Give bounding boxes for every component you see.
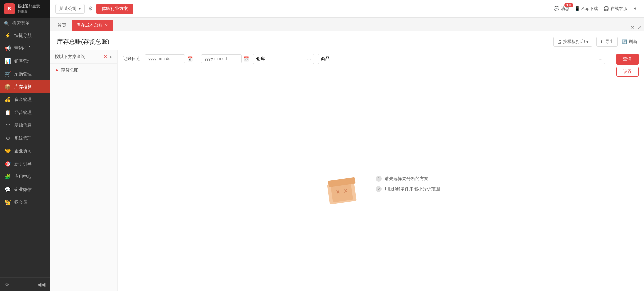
sidebar-item-guide[interactable]: 🎯 新手引导: [0, 157, 50, 170]
quick-nav-icon: ⚡: [5, 32, 11, 39]
refresh-btn[interactable]: 🔄 刷新: [622, 39, 637, 45]
chevron-down-icon: ▾: [79, 6, 81, 11]
tab-close-all-icon[interactable]: ✕: [630, 25, 635, 30]
goods-more-icon[interactable]: ···: [599, 56, 602, 62]
add-scheme-btn[interactable]: +: [99, 54, 101, 59]
logo-sub: 标准版: [18, 9, 40, 14]
left-panel-title: 按以下方案查询: [55, 54, 85, 60]
print-btn[interactable]: 🖨 按模板打印 ▾: [553, 37, 592, 47]
basic-info-icon: 🗃: [5, 123, 11, 128]
empty-illustration: [322, 166, 362, 206]
date-end-input[interactable]: [201, 54, 242, 63]
sidebar: B 畅捷通好生意 标准版 🔍 搜索菜单 ⚡ 快捷导航 📢 营销推广 📊 销售管理…: [0, 0, 50, 291]
tab-inventory-label: 库存成本总账: [76, 22, 103, 28]
sidebar-item-inventory[interactable]: 📦 库存核算: [0, 80, 50, 93]
settings-bottom-icon[interactable]: ⚙: [5, 281, 9, 288]
page-title: 库存总账(存货总账): [57, 38, 109, 46]
sidebar-item-system[interactable]: ⚙ 系统管理: [0, 132, 50, 145]
warehouse-more-icon[interactable]: ···: [307, 56, 311, 62]
warehouse-filter[interactable]: 仓库 ···: [253, 54, 314, 64]
sidebar-item-operation[interactable]: 📋 经营管理: [0, 106, 50, 119]
search-icon: 🔍: [4, 21, 9, 26]
delete-scheme-btn[interactable]: ×: [104, 54, 107, 60]
tab-home[interactable]: 首页: [53, 20, 71, 31]
goods-filter[interactable]: 商品 ···: [318, 54, 605, 64]
app-download-btn[interactable]: 📱 App下载: [575, 6, 598, 12]
industry-btn[interactable]: 体验行业方案: [96, 4, 133, 14]
svg-rect-2: [331, 183, 353, 202]
app-center-icon: 🧩: [5, 174, 11, 180]
tab-close-icon[interactable]: ✕: [105, 23, 108, 28]
left-panel-header: 按以下方案查询 + × «: [50, 50, 117, 64]
sidebar-item-label: 资金管理: [14, 97, 32, 103]
main-area: 某某公司 ▾ ⚙ 体验行业方案 💬 消息 99+ 📱 App下载 🎧 在线客服 …: [50, 0, 644, 291]
sidebar-item-member[interactable]: 👑 畅会员: [0, 196, 50, 209]
filter-btns: 查询 设置: [611, 50, 644, 80]
scheme-item-inventory[interactable]: ● 存货总账: [50, 64, 117, 76]
topbar: 某某公司 ▾ ⚙ 体验行业方案 💬 消息 99+ 📱 App下载 🎧 在线客服 …: [50, 0, 644, 18]
sidebar-logo: B 畅捷通好生意 标准版: [0, 0, 50, 18]
collapse-icon[interactable]: ◀◀: [37, 281, 45, 288]
calendar-end-icon[interactable]: 📅: [244, 56, 249, 62]
sidebar-item-purchase[interactable]: 🛒 采购管理: [0, 68, 50, 80]
empty-svg: [322, 166, 366, 210]
sidebar-item-label: 系统管理: [14, 135, 32, 141]
sidebar-search[interactable]: 🔍 搜索菜单: [0, 18, 50, 29]
sidebar-item-label: 库存核算: [14, 84, 32, 90]
empty-hint-1: 1 请先选择要分析的方案: [376, 176, 440, 182]
sidebar-item-label: 企业微信: [14, 187, 32, 193]
sidebar-item-wechat[interactable]: 💬 企业微信: [0, 183, 50, 196]
refresh-icon: 🔄: [622, 39, 627, 44]
hint-text-2: 用[过滤]条件来缩小分析范围: [385, 186, 440, 192]
print-chevron-icon: ▾: [586, 39, 589, 44]
wechat-icon: 💬: [5, 187, 11, 193]
right-panel: 记账日期 📅 — 📅 仓库 ···: [118, 50, 644, 291]
finance-icon: 💰: [5, 97, 11, 103]
sidebar-item-basic-info[interactable]: 🗃 基础信息: [0, 119, 50, 132]
warehouse-label: 仓库: [256, 56, 265, 62]
filter-settings-btn[interactable]: 设置: [616, 67, 639, 77]
sidebar-item-sales[interactable]: 📊 销售管理: [0, 55, 50, 68]
company-selector[interactable]: 某某公司 ▾: [55, 4, 85, 14]
sidebar-item-cooperation[interactable]: 🤝 企业协同: [0, 145, 50, 157]
guide-icon: 🎯: [5, 161, 11, 167]
print-label: 按模板打印: [563, 39, 585, 45]
calendar-start-icon[interactable]: 📅: [187, 56, 193, 62]
sidebar-item-finance[interactable]: 💰 资金管理: [0, 93, 50, 106]
logo-name: 畅捷通好生意: [18, 4, 40, 9]
goods-label: 商品: [321, 56, 330, 62]
date-start-input[interactable]: [145, 54, 185, 63]
sidebar-item-label: 快捷导航: [14, 32, 32, 39]
left-panel-actions: + × «: [99, 54, 113, 60]
empty-hint-2: 2 用[过滤]条件来缩小分析范围: [376, 186, 440, 192]
empty-state: 1 请先选择要分析的方案 2 用[过滤]条件来缩小分析范围: [118, 80, 644, 291]
msg-btn[interactable]: 💬 消息 99+: [554, 6, 569, 12]
sidebar-item-quick-nav[interactable]: ⚡ 快捷导航: [0, 29, 50, 42]
tab-expand-icon[interactable]: ⤢: [637, 25, 641, 30]
sidebar-item-label: 采购管理: [14, 71, 32, 77]
date-separator: —: [195, 56, 199, 62]
hint-text-1: 请先选择要分析的方案: [385, 176, 428, 182]
sidebar-bottom: ⚙ ◀◀: [0, 277, 50, 291]
sidebar-search-label: 搜索菜单: [12, 20, 30, 26]
service-btn[interactable]: 🎧 在线客服: [603, 6, 628, 12]
sidebar-item-label: 应用中心: [14, 174, 32, 180]
query-btn[interactable]: 查询: [616, 54, 639, 65]
member-icon: 👑: [5, 199, 11, 205]
msg-badge: 99+: [564, 3, 573, 7]
system-icon: ⚙: [5, 135, 11, 141]
sidebar-item-marketing[interactable]: 📢 营销推广: [0, 42, 50, 55]
topbar-left: 某某公司 ▾ ⚙ 体验行业方案: [55, 4, 550, 14]
export-icon: ⬆: [600, 39, 604, 44]
user-name: Rit: [633, 6, 639, 11]
service-label: 在线客服: [610, 6, 628, 12]
date-filter-label: 记账日期: [123, 56, 141, 62]
export-btn[interactable]: ⬆ 导出: [596, 37, 618, 47]
export-label: 导出: [605, 39, 614, 45]
topbar-settings-icon[interactable]: ⚙: [88, 5, 93, 12]
left-panel: 按以下方案查询 + × « ● 存货总账: [50, 50, 118, 291]
tab-inventory-ledger[interactable]: 库存成本总账 ✕: [72, 20, 113, 31]
sidebar-item-app-center[interactable]: 🧩 应用中心: [0, 170, 50, 183]
purchase-icon: 🛒: [5, 71, 11, 77]
collapse-panel-btn[interactable]: «: [110, 54, 113, 59]
